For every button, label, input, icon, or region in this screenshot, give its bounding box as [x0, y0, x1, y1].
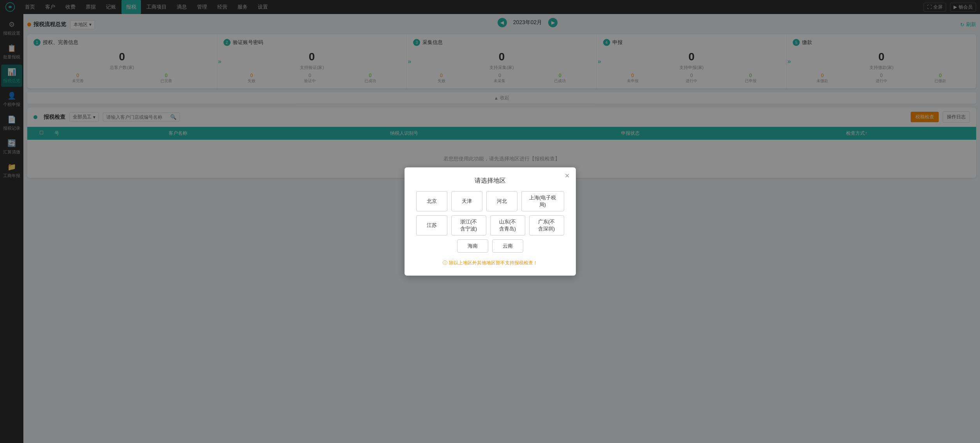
region-btn-zhejiang[interactable]: 浙江(不含宁波): [451, 215, 486, 236]
region-btn-hebei[interactable]: 河北: [486, 191, 517, 211]
region-btn-tianjin[interactable]: 天津: [451, 191, 482, 211]
region-row-3: 海南 云南: [416, 239, 564, 253]
dialog-overlay: ✕ 请选择地区 北京 天津 河北 上海(电子税局) 江苏 浙江(不含宁波) 山东…: [0, 0, 980, 443]
warning-icon: ⓘ: [443, 260, 447, 266]
region-btn-jiangsu[interactable]: 江苏: [416, 215, 447, 236]
region-btn-beijing[interactable]: 北京: [416, 191, 447, 211]
warning-text: ⓘ 除以上地区外其他地区暂不支持报税检查！: [416, 257, 564, 268]
region-row-1: 北京 天津 河北 上海(电子税局): [416, 191, 564, 211]
warning-message: 除以上地区外其他地区暂不支持报税检查！: [449, 260, 538, 266]
region-btn-guangdong[interactable]: 广东(不含深圳): [529, 215, 564, 236]
dialog-title: 请选择地区: [405, 167, 576, 191]
dialog-body: 北京 天津 河北 上海(电子税局) 江苏 浙江(不含宁波) 山东(不含青岛) 广…: [405, 191, 576, 276]
dialog-close-button[interactable]: ✕: [565, 172, 570, 179]
region-btn-shandong[interactable]: 山东(不含青岛): [490, 215, 525, 236]
region-btn-yunnan[interactable]: 云南: [492, 239, 523, 253]
region-btn-hainan[interactable]: 海南: [457, 239, 488, 253]
region-row-2: 江苏 浙江(不含宁波) 山东(不含青岛) 广东(不含深圳): [416, 215, 564, 236]
dialog: ✕ 请选择地区 北京 天津 河北 上海(电子税局) 江苏 浙江(不含宁波) 山东…: [405, 167, 576, 276]
region-btn-shanghai[interactable]: 上海(电子税局): [521, 191, 564, 211]
